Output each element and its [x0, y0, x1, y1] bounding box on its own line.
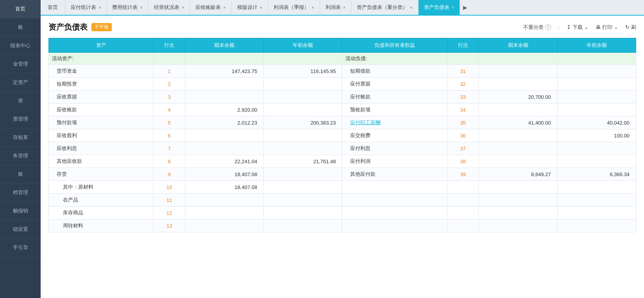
- left-start-val[interactable]: [264, 219, 342, 232]
- left-end-val[interactable]: 147,423.75: [185, 65, 263, 78]
- right-start-val[interactable]: 100.00: [557, 129, 636, 142]
- left-start-val[interactable]: [264, 181, 342, 194]
- sidebar-item-fund-mgmt[interactable]: 金管理: [0, 55, 41, 73]
- tab-receivable-aging[interactable]: 应收账龄表 ×: [190, 0, 231, 15]
- left-start-val[interactable]: 200,383.23: [264, 116, 342, 129]
- right-start-val[interactable]: 6,366.34: [557, 168, 636, 181]
- left-start-val[interactable]: [264, 78, 342, 91]
- tab-home[interactable]: 首页: [41, 0, 65, 15]
- print-action[interactable]: 🖶 打印 ⌄: [596, 24, 618, 31]
- close-icon[interactable]: ×: [410, 5, 412, 10]
- left-label[interactable]: 应收账款: [49, 103, 154, 116]
- tab-payable-stats[interactable]: 应付统计表 ×: [65, 0, 107, 15]
- left-label[interactable]: 在产品: [49, 194, 154, 207]
- tab-expense-stats[interactable]: 费用统计表 ×: [107, 0, 148, 15]
- left-end-val[interactable]: [185, 207, 263, 219]
- left-end-val[interactable]: [185, 91, 263, 103]
- left-start-val[interactable]: [264, 194, 342, 207]
- left-label[interactable]: 库存商品: [49, 207, 154, 219]
- sidebar-item-ticket-mgmt[interactable]: 票管理: [0, 110, 41, 128]
- left-label[interactable]: 应收利息: [49, 142, 154, 155]
- close-icon[interactable]: ×: [98, 5, 101, 10]
- left-end-val[interactable]: 2,920.00: [185, 103, 263, 116]
- left-end-val[interactable]: [185, 78, 263, 91]
- right-end-val[interactable]: [479, 78, 557, 91]
- right-label[interactable]: 应交税费: [342, 129, 447, 142]
- left-label[interactable]: 存货: [49, 168, 154, 181]
- tab-balance-reclassified[interactable]: 资产负债表（重分类） ×: [351, 0, 418, 15]
- right-label[interactable]: 应付职工薪酬: [342, 116, 447, 129]
- left-start-val[interactable]: [264, 207, 342, 219]
- sidebar-item-inventory[interactable]: 存核算: [0, 128, 41, 147]
- right-end-val[interactable]: [479, 155, 557, 168]
- close-icon[interactable]: ×: [452, 5, 454, 10]
- left-end-val[interactable]: [185, 142, 263, 155]
- left-label[interactable]: 货币资金: [49, 65, 154, 78]
- right-start-val[interactable]: 40,042.00: [557, 116, 636, 129]
- left-end-val[interactable]: [185, 194, 263, 207]
- download-action[interactable]: ↧ 下载 ⌄: [567, 24, 589, 31]
- sidebar-item-account[interactable]: 账: [0, 18, 41, 37]
- sidebar-item-fixed-assets[interactable]: 定资产: [0, 73, 41, 92]
- right-label[interactable]: 其他应付款: [342, 168, 447, 181]
- right-start-val[interactable]: [557, 103, 636, 116]
- left-label[interactable]: 预付款项: [49, 116, 154, 129]
- sidebar-item-home[interactable]: 首页: [0, 0, 41, 18]
- left-start-val[interactable]: [264, 129, 342, 142]
- left-end-val[interactable]: [185, 129, 263, 142]
- left-end-val[interactable]: [185, 219, 263, 232]
- sidebar-item-expense[interactable]: 畅报销: [0, 202, 41, 220]
- tab-profit[interactable]: 利润表 ×: [320, 0, 351, 15]
- refresh-action[interactable]: ↻ 刷: [625, 24, 636, 31]
- tab-profit-quarterly[interactable]: 利润表（季报） ×: [268, 0, 320, 15]
- left-label[interactable]: 短期投资: [49, 78, 154, 91]
- left-start-val[interactable]: [264, 91, 342, 103]
- right-end-val[interactable]: [479, 142, 557, 155]
- sidebar-item-report-center[interactable]: 报表中心: [0, 37, 41, 55]
- close-icon[interactable]: ×: [140, 5, 142, 10]
- right-label[interactable]: 短期借款: [342, 65, 447, 78]
- left-label[interactable]: 其中：原材料: [49, 181, 154, 194]
- left-start-val[interactable]: [264, 168, 342, 181]
- tabs-scroll-right[interactable]: ▶: [460, 0, 470, 15]
- right-end-val[interactable]: 41,400.00: [479, 116, 557, 129]
- right-end-val[interactable]: [479, 65, 557, 78]
- right-start-val[interactable]: [557, 155, 636, 168]
- left-start-val[interactable]: [264, 142, 342, 155]
- right-end-val[interactable]: 8,649.27: [479, 168, 557, 181]
- right-label[interactable]: 预收款项: [342, 103, 447, 116]
- sidebar-item-investment[interactable]: 资: [0, 92, 41, 110]
- right-label[interactable]: 应付利润: [342, 155, 447, 168]
- right-end-val[interactable]: [479, 129, 557, 142]
- right-start-val[interactable]: [557, 65, 636, 78]
- sidebar-item-settings[interactable]: 础设置: [0, 220, 41, 239]
- left-end-val[interactable]: 18,407.08: [185, 168, 263, 181]
- tab-template-design[interactable]: 模版设计 ×: [232, 0, 268, 15]
- left-label[interactable]: 周转材料: [49, 219, 154, 232]
- right-label[interactable]: 应付利息: [342, 142, 447, 155]
- close-icon[interactable]: ×: [343, 5, 345, 10]
- right-end-val[interactable]: [479, 103, 557, 116]
- classify-action[interactable]: 不重分类 ?: [523, 24, 551, 31]
- left-label[interactable]: 其他应收款: [49, 155, 154, 168]
- right-label[interactable]: 应付账款: [342, 91, 447, 103]
- close-icon[interactable]: ×: [260, 5, 262, 10]
- close-icon[interactable]: ×: [223, 5, 225, 10]
- tab-balance-sheet[interactable]: 资产负债表 ×: [419, 0, 460, 15]
- left-label[interactable]: 应收票据: [49, 91, 154, 103]
- left-label[interactable]: 应收股利: [49, 129, 154, 142]
- right-start-val[interactable]: [557, 142, 636, 155]
- sidebar-item-guide[interactable]: 手引导: [0, 239, 41, 257]
- close-icon[interactable]: ×: [182, 5, 184, 10]
- right-end-val[interactable]: 20,700.00: [479, 91, 557, 103]
- right-label[interactable]: 应付票据: [342, 78, 447, 91]
- left-end-val[interactable]: 2,012.23: [185, 116, 263, 129]
- left-start-val[interactable]: 116,145.95: [264, 65, 342, 78]
- left-start-val[interactable]: 21,761.48: [264, 155, 342, 168]
- right-start-val[interactable]: [557, 91, 636, 103]
- sidebar-item-archive-mgmt[interactable]: 档管理: [0, 184, 41, 202]
- sidebar-item-ledger[interactable]: 账: [0, 165, 41, 184]
- left-end-val[interactable]: 22,241.04: [185, 155, 263, 168]
- close-icon[interactable]: ×: [311, 5, 314, 10]
- left-start-val[interactable]: [264, 103, 342, 116]
